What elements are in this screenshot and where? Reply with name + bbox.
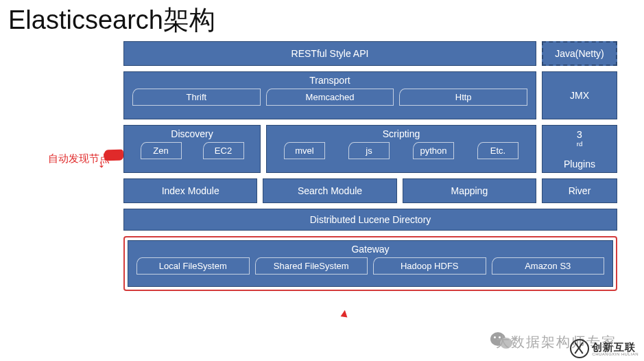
box-gateway: Gateway Local FileSystem Shared FileSyst… [128, 240, 613, 287]
page-title: Elasticsearch架构 [0, 0, 644, 38]
row-api: RESTful Style API Java(Netty) [123, 41, 617, 66]
box-ec2: EC2 [203, 142, 244, 159]
brand-en: CHUANGXIN HULIAN [592, 352, 639, 356]
annotation-scribble-icon [104, 150, 124, 161]
row-modules: Index Module Search Module Mapping River [123, 178, 617, 203]
brand-cn: 创新互联 [592, 342, 639, 352]
discovery-label: Discovery [171, 128, 213, 139]
box-js: js [348, 142, 390, 159]
annotation-mark-gateway-icon: ▴ [341, 305, 349, 321]
discovery-items: Zen EC2 [127, 142, 257, 162]
box-thrift: Thrift [132, 89, 261, 106]
box-java-netty: Java(Netty) [542, 41, 617, 66]
box-distributed-lucene: Distributed Lucene Directory [123, 209, 617, 231]
transport-label: Transport [309, 75, 350, 86]
box-hadoop-hdfs: Hadoop HDFS [373, 257, 486, 275]
gateway-items: Local FileSystem Shared FileSystem Hadoo… [131, 257, 610, 277]
brand-logo-icon [570, 339, 589, 358]
box-amazon-s3: Amazon S3 [492, 257, 605, 275]
box-zen: Zen [141, 142, 182, 159]
box-transport: Transport Thrift Memcached Http [123, 71, 536, 119]
box-jmx: JMX [542, 71, 617, 119]
brand-logo: 创新互联 CHUANGXIN HULIAN [570, 339, 639, 358]
box-python: python [413, 142, 454, 159]
row-lucene: Distributed Lucene Directory [123, 209, 617, 231]
row-gateway: Gateway Local FileSystem Shared FileSyst… [128, 240, 613, 287]
box-scripting: Scripting mvel js python Etc. [266, 125, 536, 173]
scripting-items: mvel js python Etc. [270, 142, 533, 162]
architecture-diagram: RESTful Style API Java(Netty) Transport … [123, 41, 617, 291]
box-restful: RESTful Style API [123, 41, 536, 66]
box-mapping: Mapping [403, 178, 536, 203]
box-memcached: Memcached [266, 89, 394, 106]
box-http: Http [399, 89, 527, 106]
box-discovery: Discovery Zen EC2 [123, 125, 261, 173]
box-etc: Etc. [477, 142, 518, 159]
gateway-highlight: Gateway Local FileSystem Shared FileSyst… [123, 236, 617, 291]
scripting-label: Scripting [383, 128, 420, 139]
brand-logo-text: 创新互联 CHUANGXIN HULIAN [592, 342, 639, 356]
box-river: River [542, 178, 617, 203]
transport-items: Thrift Memcached Http [127, 89, 533, 108]
box-search-module: Search Module [263, 178, 396, 203]
box-mvel: mvel [284, 142, 325, 159]
gateway-label: Gateway [351, 244, 389, 255]
box-local-fs: Local FileSystem [136, 257, 250, 275]
row-transport: Transport Thrift Memcached Http JMX [123, 71, 617, 119]
row-discovery-scripting: Discovery Zen EC2 Scripting mvel js pyth… [123, 125, 617, 173]
box-index-module: Index Module [123, 178, 257, 203]
box-3rd-plugins: 3rdPlugins [542, 125, 617, 173]
box-shared-fs: Shared FileSystem [255, 257, 368, 275]
